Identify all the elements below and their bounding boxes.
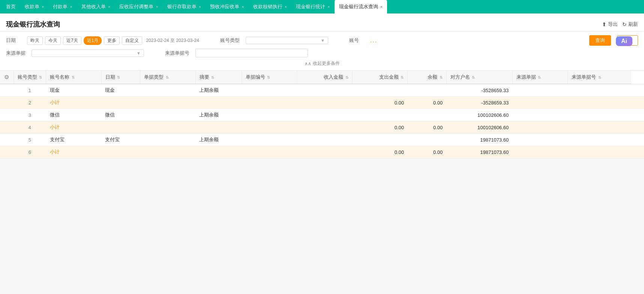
table-row: 3微信微信上期余额100102606.60: [0, 109, 644, 121]
close-icon-0[interactable]: ×: [42, 4, 44, 9]
close-icon-6[interactable]: ×: [285, 4, 287, 9]
data-table: ⚙ 账号类型 ⇅ 账号名称 ⇅ 日期 ⇅ 单据类型 ⇅: [0, 71, 644, 158]
row-account-type: 小计: [46, 146, 102, 158]
source-doc-num-input[interactable]: [195, 49, 308, 57]
row-expense: 0.00: [408, 121, 446, 134]
th-source-doc[interactable]: 来源单据 ⇅: [512, 71, 568, 84]
row-doc-no: [297, 84, 353, 97]
date-btn-yesterday[interactable]: 昨天: [27, 36, 43, 45]
row-doc-no: [297, 146, 353, 158]
export-button[interactable]: ⬆ 导出: [602, 21, 618, 28]
row-expense: 0.00: [408, 97, 446, 109]
nav-tab-8[interactable]: 现金银行流水查询 ×: [335, 0, 387, 13]
date-buttons: 昨天 今天 近7天 近1月 更多 自定义 2023-02-24 至 2023-0…: [27, 36, 199, 45]
nav-tab-1[interactable]: 付款单 ×: [48, 0, 77, 13]
row-balance: -3528659.33: [446, 84, 512, 97]
header-actions: ⬆ 导出 ↻ 刷新: [602, 21, 638, 28]
nav-tab-6[interactable]: 收款核销执行 ×: [249, 0, 291, 13]
chevron-down-icon: ▼: [321, 38, 325, 43]
sort-icon-2: ⇅: [72, 75, 75, 79]
nav-tab-2[interactable]: 其他收入单 ×: [77, 0, 115, 13]
row-income: 0.00: [352, 146, 408, 158]
nav-tab-0[interactable]: 收款单 ×: [20, 0, 48, 13]
table-row: 2小计0.000.00-3528659.33: [0, 97, 644, 109]
date-btn-custom[interactable]: 自定义: [122, 36, 142, 45]
account-type-select[interactable]: ▼: [246, 37, 328, 44]
row-summary: [242, 97, 297, 109]
table-body: 1现金现金上期余额-3528659.332小计0.000.00-3528659.…: [0, 84, 644, 158]
close-icon-2[interactable]: ×: [108, 4, 110, 9]
row-account-type: 现金: [46, 84, 102, 97]
row-doc-no: [297, 134, 353, 146]
nav-tab-7[interactable]: 现金银行统计 ×: [291, 0, 334, 13]
row-account-type: 小计: [46, 121, 102, 134]
row-income: 0.00: [352, 97, 408, 109]
date-btn-today[interactable]: 今天: [45, 36, 61, 45]
gear-icon[interactable]: ⚙: [4, 74, 9, 80]
th-doc-type[interactable]: 单据类型 ⇅: [140, 71, 196, 84]
th-account-type[interactable]: 账号类型 ⇅: [14, 71, 46, 84]
th-counterpart[interactable]: 对方户名 ⇅: [446, 71, 512, 84]
nav-tab-3[interactable]: 应收应付调整单 ×: [115, 0, 162, 13]
row-doc-type: [195, 97, 242, 109]
row-source-doc: [568, 134, 631, 146]
row-source-doc-no: [631, 97, 644, 109]
th-summary[interactable]: 摘要 ⇅: [195, 71, 242, 84]
date-btn-7days[interactable]: 近7天: [63, 36, 81, 45]
row-counterpart: [512, 97, 568, 109]
account-dots-button[interactable]: ...: [370, 37, 377, 44]
query-button[interactable]: 查询: [589, 35, 611, 46]
table-row: 5支付宝支付宝上期余额19871073.60: [0, 134, 644, 146]
th-source-doc-no[interactable]: 来源单据号 ⇅: [568, 71, 631, 84]
row-summary: [242, 109, 297, 121]
nav-home[interactable]: 首页: [2, 3, 20, 10]
row-expense: [408, 109, 446, 121]
th-account-name[interactable]: 账号名称 ⇅: [46, 71, 102, 84]
row-doc-no: [297, 121, 353, 134]
close-icon-8[interactable]: ×: [380, 4, 383, 9]
th-balance[interactable]: 余额 ⇅: [408, 71, 446, 84]
row-date: [140, 84, 196, 97]
sort-icon-9: ⇅: [440, 75, 443, 79]
row-number: 4: [14, 121, 46, 134]
close-icon-7[interactable]: ×: [327, 4, 330, 9]
table-row: 4小计0.000.00100102606.60: [0, 121, 644, 134]
th-expense[interactable]: 支出金额 ⇅: [352, 71, 408, 84]
ai-badge[interactable]: Ai: [616, 36, 632, 46]
export-icon: ⬆: [602, 21, 606, 27]
collapse-icon: ∧∧: [305, 61, 311, 66]
row-number: 3: [14, 109, 46, 121]
sort-icon-8: ⇅: [401, 75, 404, 79]
date-btn-more[interactable]: 更多: [104, 36, 120, 45]
source-doc-num-label: 来源单据号: [165, 50, 189, 57]
date-btn-1month[interactable]: 近1月: [84, 36, 102, 45]
nav-tab-5[interactable]: 预收冲应收单 ×: [206, 0, 248, 13]
row-counterpart: [512, 109, 568, 121]
close-icon-1[interactable]: ×: [70, 4, 72, 9]
row-gear-cell: [0, 109, 14, 121]
refresh-button[interactable]: ↻ 刷新: [622, 21, 638, 28]
row-summary: [242, 121, 297, 134]
table-row: 1现金现金上期余额-3528659.33: [0, 84, 644, 97]
row-source-doc: [568, 84, 631, 97]
row-source-doc-no: [631, 121, 644, 134]
th-income[interactable]: 收入金额 ⇅: [297, 71, 353, 84]
collapse-bar[interactable]: ∧∧ 收起更多条件: [6, 60, 638, 67]
row-source-doc: [568, 121, 631, 134]
row-counterpart: [512, 84, 568, 97]
row-date: [140, 121, 196, 134]
close-icon-3[interactable]: ×: [156, 4, 158, 9]
row-account-name: 现金: [101, 84, 140, 97]
source-doc-select[interactable]: ▼: [32, 49, 144, 57]
th-date[interactable]: 日期 ⇅: [101, 71, 140, 84]
sort-icon-7: ⇅: [345, 75, 348, 79]
th-doc-no[interactable]: 单据编号 ⇅: [242, 71, 297, 84]
row-source-doc-no: [631, 146, 644, 158]
row-account-name: [101, 97, 140, 109]
nav-tab-4[interactable]: 银行存取款单 ×: [163, 0, 206, 13]
page-header: 现金银行流水查询 ⬆ 导出 ↻ 刷新: [0, 13, 644, 31]
close-icon-4[interactable]: ×: [199, 4, 201, 9]
row-gear-cell: [0, 134, 14, 146]
row-income: [352, 134, 408, 146]
close-icon-5[interactable]: ×: [242, 4, 244, 9]
